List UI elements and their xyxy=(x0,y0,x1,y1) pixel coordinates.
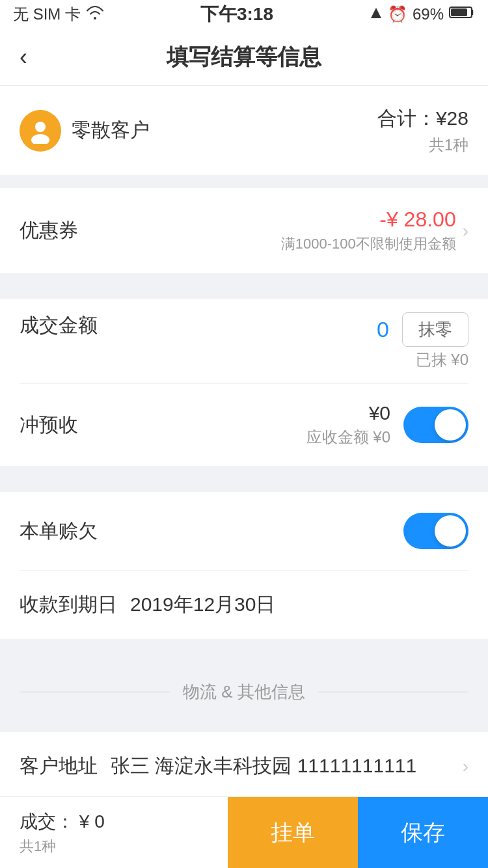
prepay-amount: ¥0 xyxy=(306,402,390,424)
back-button[interactable]: ‹ xyxy=(20,44,27,71)
deal-amount-row: 成交金额 0 抹零 已抹 ¥0 xyxy=(0,299,488,383)
svg-rect-1 xyxy=(451,8,467,16)
deal-amount-label: 成交金额 xyxy=(20,312,98,339)
address-row[interactable]: 客户地址 张三 海淀永丰科技园 11111111111 › xyxy=(0,732,488,800)
deal-amount-top: 成交金额 0 抹零 xyxy=(20,312,468,347)
coupon-row[interactable]: 优惠券 -¥ 28.00 满1000-100不限制使用金额 › xyxy=(0,188,488,273)
status-time: 下午3:18 xyxy=(200,2,273,27)
save-button-label: 保存 xyxy=(401,818,445,848)
avatar xyxy=(20,110,61,152)
address-chevron-right-icon: › xyxy=(463,756,468,777)
customer-row: 零散客户 合计：¥28 共1种 xyxy=(0,86,488,175)
pending-button[interactable]: 挂单 xyxy=(228,797,358,869)
address-card[interactable]: 客户地址 张三 海淀永丰科技园 11111111111 › xyxy=(0,732,488,800)
deal-amount-card: 成交金额 0 抹零 已抹 ¥0 冲预收 ¥0 应收金额 ¥0 xyxy=(0,299,488,466)
pending-button-label: 挂单 xyxy=(271,818,315,848)
header-line-left xyxy=(20,692,170,692)
total-amount: 合计：¥28 xyxy=(377,105,468,132)
address-label: 客户地址 xyxy=(20,753,98,780)
customer-card: 零散客户 合计：¥28 共1种 xyxy=(0,86,488,175)
coupon-value-block: -¥ 28.00 满1000-100不限制使用金额 xyxy=(281,208,456,254)
prepay-amount-block: ¥0 应收金额 ¥0 xyxy=(306,402,390,448)
nav-bar: ‹ 填写结算等信息 xyxy=(0,29,488,86)
bottom-count: 共1种 xyxy=(20,837,208,856)
coupon-desc: 满1000-100不限制使用金额 xyxy=(281,234,456,254)
due-date-row[interactable]: 收款到期日 2019年12月30日 xyxy=(0,571,488,639)
due-date-value: 2019年12月30日 xyxy=(130,591,275,618)
logistics-section-header: 物流 & 其他信息 xyxy=(0,665,488,719)
deal-amount-right: 0 抹零 xyxy=(363,312,468,347)
bottom-deal-amount: ¥ 0 xyxy=(79,811,105,832)
coupon-card[interactable]: 优惠券 -¥ 28.00 满1000-100不限制使用金额 › xyxy=(0,188,488,273)
svg-point-3 xyxy=(31,134,49,144)
section-gap-1 xyxy=(0,286,488,299)
credit-row: 本单赊欠 xyxy=(0,492,488,570)
content: 零散客户 合计：¥28 共1种 优惠券 -¥ 28.00 满1000-100不限… xyxy=(0,86,488,868)
customer-right: 合计：¥28 共1种 xyxy=(377,105,468,156)
sim-status: 无 SIM 卡 xyxy=(13,4,81,25)
coupon-label: 优惠券 xyxy=(20,217,78,244)
bottom-bar: 成交： ¥ 0 共1种 挂单 保存 xyxy=(0,796,488,868)
deal-amount-input[interactable]: 0 xyxy=(363,317,389,342)
bottom-deal-label: 成交： xyxy=(20,811,74,832)
header-line-right xyxy=(318,692,468,692)
section-header-text: 物流 & 其他信息 xyxy=(183,681,305,703)
deal-amount-sub: 已抹 ¥0 xyxy=(20,349,468,370)
section-gap-4 xyxy=(0,719,488,732)
credit-card: 本单赊欠 收款到期日 2019年12月30日 xyxy=(0,492,488,639)
toggle-knob xyxy=(435,409,466,441)
location-icon xyxy=(370,5,383,23)
page-title: 填写结算等信息 xyxy=(167,42,321,72)
svg-point-2 xyxy=(35,122,46,132)
prepay-toggle[interactable] xyxy=(403,407,468,443)
coupon-right: -¥ 28.00 满1000-100不限制使用金额 › xyxy=(281,208,468,254)
credit-toggle-knob xyxy=(435,515,466,547)
section-gap-3 xyxy=(0,652,488,665)
round-zero-button[interactable]: 抹零 xyxy=(402,312,468,347)
prepay-label: 冲预收 xyxy=(20,412,78,439)
due-date-label: 收款到期日 xyxy=(20,591,117,618)
prepay-right: ¥0 应收金额 ¥0 xyxy=(306,402,468,448)
credit-toggle[interactable] xyxy=(403,513,468,549)
customer-left: 零散客户 xyxy=(20,110,150,152)
total-count: 共1种 xyxy=(377,135,468,156)
battery-icon xyxy=(449,5,475,23)
bottom-deal: 成交： ¥ 0 xyxy=(20,809,208,834)
save-button[interactable]: 保存 xyxy=(358,797,488,869)
prepay-row: 冲预收 ¥0 应收金额 ¥0 xyxy=(0,384,488,466)
status-right: ⏰ 69% xyxy=(370,5,475,23)
status-left: 无 SIM 卡 xyxy=(13,4,104,25)
customer-name: 零散客户 xyxy=(72,117,150,144)
alarm-icon: ⏰ xyxy=(388,5,407,23)
status-bar: 无 SIM 卡 下午3:18 ⏰ 69% xyxy=(0,0,488,29)
battery-percent: 69% xyxy=(413,5,444,23)
address-value: 张三 海淀永丰科技园 11111111111 xyxy=(111,753,463,780)
prepay-receivable: 应收金额 ¥0 xyxy=(306,427,390,448)
credit-label: 本单赊欠 xyxy=(20,518,98,545)
section-gap-2 xyxy=(0,479,488,492)
wifi-icon xyxy=(86,5,104,23)
coupon-amount: -¥ 28.00 xyxy=(281,208,456,232)
bottom-info: 成交： ¥ 0 共1种 xyxy=(0,809,228,856)
chevron-right-icon: › xyxy=(463,221,468,241)
